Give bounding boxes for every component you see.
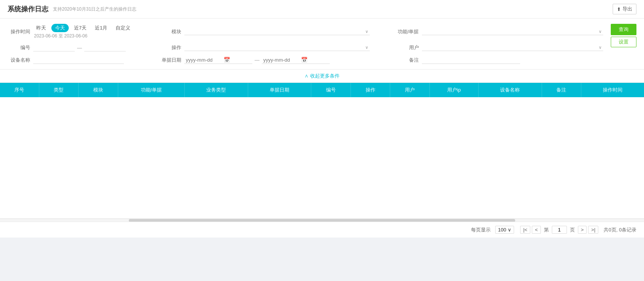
function-select[interactable]: ∨ [422, 28, 604, 35]
filter-section: 操作时间 昨天 今天 近7天 近1月 自定义 2023-06-06 至 2023… [0, 19, 644, 70]
col-voucherdate: 单据日期 [248, 83, 311, 97]
collapse-bar[interactable]: ∧ 收起更多条件 [0, 70, 644, 83]
per-page-select[interactable]: 100 ∨ [495, 226, 514, 234]
col-user: 用户 [390, 83, 429, 97]
number-dash: — [77, 45, 82, 51]
col-number: 编号 [311, 83, 351, 97]
pagination-nav: |< < 第 页 > >| [520, 226, 598, 234]
time-btn-yesterday[interactable]: 昨天 [33, 24, 49, 32]
table-header-row: 序号 类型 模块 功能/单据 业务类型 单据日期 编号 操作 用户 用户ip 设… [0, 83, 644, 97]
calendar-from-icon[interactable]: 📅 [224, 57, 230, 63]
query-button[interactable]: 查询 [611, 24, 636, 35]
date-to-input[interactable] [263, 57, 301, 63]
col-module: 模块 [79, 83, 118, 97]
number-label: 编号 [8, 44, 30, 51]
time-btn-today[interactable]: 今天 [51, 24, 69, 32]
col-note: 备注 [542, 83, 581, 97]
user-label: 用户 [392, 44, 419, 51]
time-btn-7days[interactable]: 近7天 [71, 24, 90, 32]
col-type: 类型 [39, 83, 78, 97]
table-container: 序号 类型 模块 功能/单据 业务类型 单据日期 编号 操作 用户 用户ip 设… [0, 83, 644, 219]
last-page-button[interactable]: >| [588, 226, 598, 234]
user-select[interactable]: ∨ [422, 44, 604, 51]
number-input-from[interactable] [33, 44, 75, 51]
module-label: 模块 [159, 28, 181, 35]
function-chevron-icon: ∨ [599, 29, 602, 34]
total-info: 共0页, 0条记录 [604, 227, 636, 233]
collapse-label: 收起更多条件 [310, 73, 340, 79]
action-buttons: 查询 设置 [611, 24, 636, 47]
page-end-label: 页 [570, 227, 575, 233]
time-range-display: 2023-06-06 至 2023-06-06 [34, 33, 87, 39]
user-chevron-icon: ∨ [599, 45, 602, 50]
next-page-button[interactable]: > [578, 226, 587, 234]
date-from-input[interactable] [186, 57, 224, 63]
calendar-to-icon[interactable]: 📅 [301, 57, 307, 63]
number-input-to[interactable] [84, 44, 126, 51]
per-page-label: 每页显示 [471, 227, 491, 233]
export-icon: ⬆ [617, 6, 621, 12]
date-from-wrap[interactable]: 📅 [184, 56, 252, 64]
module-select[interactable]: ∨ [184, 28, 370, 35]
col-function: 功能/单据 [118, 83, 184, 97]
note-input[interactable] [422, 56, 520, 64]
collapse-icon: ∧ [304, 73, 309, 79]
data-table: 序号 类型 模块 功能/单据 业务类型 单据日期 编号 操作 用户 用户ip 设… [0, 83, 644, 219]
col-userip: 用户ip [429, 83, 478, 97]
operation-label: 操作 [159, 44, 181, 51]
operation-select[interactable]: ∨ [184, 44, 370, 51]
export-label: 导出 [622, 6, 632, 12]
col-biztype: 业务类型 [185, 83, 248, 97]
device-input[interactable] [33, 56, 124, 64]
empty-state [3, 101, 641, 214]
time-btn-custom[interactable]: 自定义 [113, 24, 133, 32]
page-subtitle: 支持2020年10月31日之后产生的操作日志 [53, 6, 136, 12]
col-optime: 操作时间 [581, 83, 644, 97]
device-label: 设备名称 [8, 57, 30, 64]
page-number-input[interactable] [552, 226, 567, 234]
note-label: 备注 [392, 57, 419, 64]
settings-button[interactable]: 设置 [611, 37, 636, 47]
time-btn-1month[interactable]: 近1月 [92, 24, 110, 32]
page-title: 系统操作日志 [8, 5, 48, 14]
horizontal-scrollbar[interactable] [0, 219, 644, 222]
col-index: 序号 [0, 83, 39, 97]
operation-chevron-icon: ∨ [365, 45, 368, 50]
table-body [0, 97, 644, 219]
first-page-button[interactable]: |< [520, 226, 530, 234]
date-to-wrap[interactable]: 📅 [262, 56, 330, 64]
export-button[interactable]: ⬆ 导出 [613, 4, 636, 14]
page-header: 系统操作日志 支持2020年10月31日之后产生的操作日志 ⬆ 导出 [0, 0, 644, 19]
voucher-date-label: 单据日期 [159, 57, 181, 64]
col-operation: 操作 [351, 83, 390, 97]
module-chevron-icon: ∨ [365, 29, 368, 34]
function-label: 功能/单据 [392, 28, 419, 35]
col-device: 设备名称 [478, 83, 542, 97]
per-page-chevron-icon: ∨ [508, 227, 511, 233]
time-label: 操作时间 [8, 28, 30, 35]
date-dash: — [255, 57, 259, 63]
prev-page-button[interactable]: < [532, 226, 541, 234]
pagination: 每页显示 100 ∨ |< < 第 页 > >| 共0页, 0条记录 [0, 222, 644, 238]
per-page-value: 100 [498, 227, 506, 233]
page-label: 第 [544, 227, 549, 233]
